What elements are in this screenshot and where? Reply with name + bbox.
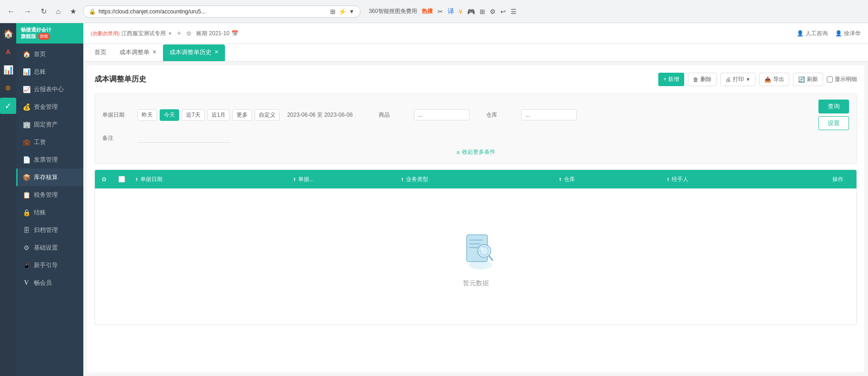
delete-label: 删除 bbox=[700, 75, 712, 83]
print-label: 打印 bbox=[733, 75, 744, 83]
dropdown-icon[interactable]: ▼ bbox=[349, 8, 355, 15]
th-biz-type[interactable]: ⬆ 业务类型 bbox=[396, 175, 554, 183]
inventory-icon: 📦 bbox=[23, 174, 30, 181]
tab-cost-adjust-history-label: 成本调整单历史 bbox=[169, 48, 212, 56]
undo-icon[interactable]: ↩ bbox=[500, 8, 506, 15]
sidebar-item-funds-label: 资金管理 bbox=[34, 103, 58, 111]
report-icon: 📈 bbox=[23, 86, 30, 93]
sidebar-item-settings[interactable]: ⚙ 基础设置 bbox=[16, 239, 83, 257]
url-text: https://cloud.chanjet.com/accounting/uru… bbox=[99, 8, 206, 15]
period-value: 2021-10 bbox=[209, 30, 230, 37]
th-warehouse[interactable]: ⬆ 仓库 bbox=[554, 175, 662, 183]
query-button[interactable]: 查询 bbox=[818, 100, 849, 113]
sidebar-item-settlement-label: 结账 bbox=[34, 208, 46, 217]
sidebar-item-salary[interactable]: 💼 工资 bbox=[16, 133, 83, 151]
wallet-icon[interactable]: ¥ bbox=[459, 8, 462, 15]
date-today-btn[interactable]: 今天 bbox=[160, 109, 179, 121]
home-button[interactable]: ⌂ bbox=[53, 6, 63, 18]
th-biz-type-label: 业务类型 bbox=[406, 175, 428, 183]
date-yesterday-btn[interactable]: 昨天 bbox=[137, 109, 157, 121]
table-settings-icon[interactable]: ⚙ bbox=[95, 176, 113, 183]
sidebar-item-vip[interactable]: V 畅会员 bbox=[16, 274, 83, 292]
star-button[interactable]: ★ bbox=[67, 5, 79, 18]
tab-cost-adjust[interactable]: 成本调整单 ✕ bbox=[113, 44, 163, 61]
export-icon: 📤 bbox=[764, 76, 771, 83]
add-button[interactable]: + 新增 bbox=[658, 73, 684, 86]
user-profile-btn[interactable]: 👤 徐泽华 bbox=[835, 30, 861, 38]
calendar-icon[interactable]: 📅 bbox=[231, 30, 238, 37]
sort-icon-2: ⬆ bbox=[293, 177, 296, 182]
date-custom-btn[interactable]: 自定义 bbox=[255, 109, 280, 121]
sidebar-item-inventory[interactable]: 📦 库存核算 bbox=[16, 169, 83, 186]
back-button[interactable]: ← bbox=[5, 6, 18, 18]
sidebar-item-invoice-label: 发票管理 bbox=[34, 156, 58, 164]
lightning-icon[interactable]: ⚡ bbox=[338, 8, 346, 15]
sidebar-item-invoice[interactable]: 📄 发票管理 bbox=[16, 151, 83, 169]
icon-bar-home[interactable]: 🏠 bbox=[0, 25, 16, 42]
sidebar-item-funds[interactable]: 💰 资金管理 bbox=[16, 98, 83, 116]
game-icon[interactable]: 🎮 bbox=[467, 8, 475, 15]
show-cols-checkbox[interactable] bbox=[827, 76, 833, 82]
tab-cost-adjust-close[interactable]: ✕ bbox=[152, 49, 156, 55]
table-header-checkbox[interactable] bbox=[113, 176, 130, 182]
show-cols-checkbox-container[interactable]: 显示明细 bbox=[827, 75, 857, 83]
icon-bar-item-3[interactable]: 📊 bbox=[0, 62, 16, 78]
notes-input[interactable] bbox=[137, 134, 230, 143]
scissors-icon[interactable]: ✂ bbox=[437, 8, 443, 15]
date-1month-btn[interactable]: 近1月 bbox=[207, 109, 230, 121]
th-warehouse-label: 仓库 bbox=[564, 175, 575, 183]
main-content: (勿删勿禁用) 江西服宝测试专用 ▼ + ⚙ 账期 2021-10 📅 👤 人工… bbox=[83, 23, 868, 376]
sidebar-item-inventory-label: 库存核算 bbox=[34, 173, 58, 182]
app-container: 🏠 A 📊 ⚙ ✓ 畅捷通好会计 旗舰版 旗舰 🏠 首页 📊 总账 bbox=[0, 23, 868, 376]
date-more-btn[interactable]: 更多 bbox=[232, 109, 252, 121]
sidebar-item-ledger[interactable]: 📊 总账 bbox=[16, 63, 83, 81]
icon-bar-orange[interactable]: ⚙ bbox=[0, 80, 16, 96]
sidebar-item-guide[interactable]: 📱 新手引导 bbox=[16, 257, 83, 274]
sidebar-logo-line2: 旗舰版 bbox=[21, 33, 36, 39]
sidebar-item-assets[interactable]: 🏢 固定资产 bbox=[16, 116, 83, 133]
menu-icon[interactable]: ☰ bbox=[511, 8, 517, 15]
invoice-icon: 📄 bbox=[23, 156, 30, 163]
empty-text: 暂元数据 bbox=[463, 279, 489, 288]
tab-cost-adjust-history-close[interactable]: ✕ bbox=[214, 49, 219, 55]
sidebar-item-home[interactable]: 🏠 首页 bbox=[16, 45, 83, 63]
add-company-btn[interactable]: + bbox=[177, 29, 181, 38]
warehouse-selector[interactable]: ... bbox=[521, 109, 577, 120]
icon-bar-red[interactable]: A bbox=[0, 44, 16, 60]
settings-icon-top[interactable]: ⚙ bbox=[186, 30, 192, 37]
top-bar-right: 👤 人工咨询 👤 徐泽华 bbox=[797, 30, 861, 38]
address-bar[interactable]: 🔒 https://cloud.chanjet.com/accounting/u… bbox=[83, 6, 361, 18]
sidebar-item-settlement[interactable]: 🔒 结账 bbox=[16, 204, 83, 221]
translate-icon[interactable]: 译 bbox=[448, 7, 454, 16]
delete-button[interactable]: 🗑 删除 bbox=[688, 73, 717, 86]
th-doc-no[interactable]: ⬆ 单据... bbox=[288, 175, 396, 183]
table-container: ⚙ ⬆ 单据日期 ⬆ 单据... ⬆ 业务类型 bbox=[94, 169, 857, 325]
print-button[interactable]: 🖨 打印 ▼ bbox=[720, 73, 756, 86]
settings-nav-icon: ⚙ bbox=[23, 244, 30, 251]
sidebar-item-report[interactable]: 📈 云报表中心 bbox=[16, 81, 83, 98]
date-7days-btn[interactable]: 近7天 bbox=[182, 109, 205, 121]
browser-apps-icon[interactable]: ⊞ bbox=[330, 8, 336, 15]
company-selector[interactable]: (勿删勿禁用) 江西服宝测试专用 ▼ bbox=[91, 30, 172, 38]
filter-settings-btn[interactable]: 设置 bbox=[818, 116, 849, 130]
refresh-button[interactable]: ↻ bbox=[38, 5, 50, 18]
consulting-btn[interactable]: 👤 人工咨询 bbox=[797, 30, 828, 38]
refresh-icon: 🔄 bbox=[798, 76, 805, 83]
th-date[interactable]: ⬆ 单据日期 bbox=[130, 175, 288, 183]
grid-icon[interactable]: ⊞ bbox=[480, 8, 485, 15]
export-button[interactable]: 📤 导出 bbox=[759, 73, 789, 86]
icon-bar-green[interactable]: ✓ bbox=[0, 98, 16, 114]
company-name: 江西服宝测试专用 bbox=[121, 30, 166, 38]
collapse-button[interactable]: ∧ 收起更多条件 bbox=[452, 146, 499, 158]
refresh-button-page[interactable]: 🔄 刷新 bbox=[793, 73, 823, 86]
tab-cost-adjust-history[interactable]: 成本调整单历史 ✕ bbox=[163, 44, 225, 61]
settings-icon[interactable]: ⚙ bbox=[490, 8, 496, 15]
tab-home[interactable]: 首页 bbox=[88, 44, 113, 61]
forward-button[interactable]: → bbox=[21, 6, 34, 18]
sidebar-item-tax[interactable]: 📋 税务管理 bbox=[16, 186, 83, 204]
ledger-icon: 📊 bbox=[23, 68, 30, 75]
select-all-checkbox[interactable] bbox=[119, 176, 125, 182]
goods-selector[interactable]: ... bbox=[414, 109, 469, 120]
sidebar-item-archive[interactable]: 🗄 归档管理 bbox=[16, 221, 83, 239]
th-handler[interactable]: ⬆ 经手人 bbox=[662, 175, 819, 183]
